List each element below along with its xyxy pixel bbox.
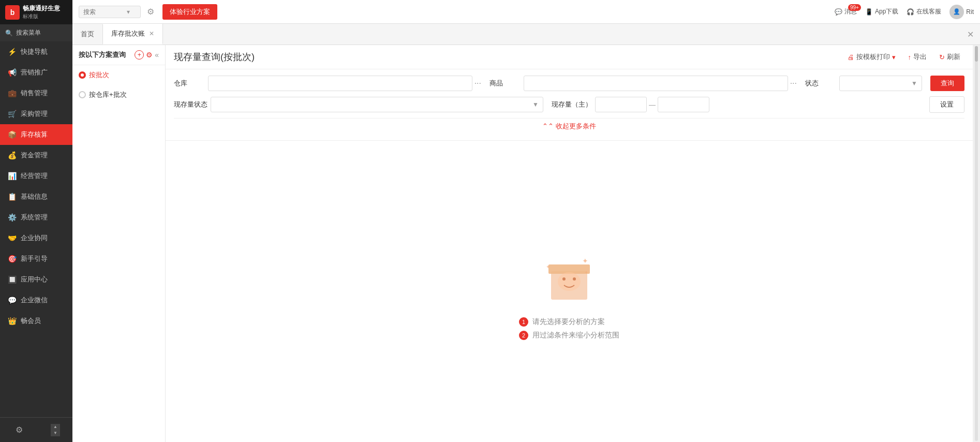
print-label: 按模板打印 <box>856 52 890 62</box>
export-btn[interactable]: ↑ 导出 <box>904 50 931 64</box>
scroll-down-btn[interactable]: ▼ <box>51 430 60 436</box>
try-industry-button[interactable]: 体验行业方案 <box>162 4 217 20</box>
messages-btn[interactable]: 💬 消息 99+ <box>835 7 857 16</box>
app-title-block: 畅康通好生意 标准版 <box>23 4 60 20</box>
gear-plan-icon[interactable]: ⚙ <box>146 51 153 59</box>
settings-icon[interactable]: ⚙ <box>147 7 154 17</box>
scroll-thumb <box>975 46 978 62</box>
top-bar: ▾ ⚙ 体验行业方案 💬 消息 99+ 📱 App下载 🎧 在线客服 👤 <box>72 0 980 24</box>
range-separator: — <box>649 101 656 109</box>
phone-icon: 📱 <box>865 8 873 16</box>
scroll-up-btn[interactable]: ▲ <box>51 424 60 430</box>
sidebar-item-wechat[interactable]: 💬 企业微信 <box>0 290 72 311</box>
tip-text-2: 用过滤条件来缩小分析范围 <box>532 331 619 340</box>
search-menu-item[interactable]: 🔍 搜索菜单 <box>0 24 72 41</box>
member-icon: 👑 <box>7 316 17 326</box>
quick-nav-icon: ⚡ <box>7 47 17 56</box>
sidebar-item-inventory[interactable]: 📦 库存核算 <box>0 124 72 145</box>
app-download-label: App下载 <box>875 7 898 16</box>
inventory-status-label: 现存量状态 <box>174 100 207 109</box>
product-filter: 商品 ··· <box>489 76 797 91</box>
inventory-status-arrow: ▼ <box>532 101 539 108</box>
top-search-box[interactable]: ▾ <box>79 6 141 18</box>
tip-text-1: 请先选择要分析的方案 <box>532 317 605 327</box>
close-all-tabs-btn[interactable]: ✕ <box>961 30 980 39</box>
sidebar-item-sales[interactable]: 💼 销售管理 <box>0 83 72 104</box>
svg-point-4 <box>573 277 576 281</box>
left-panel-header: 按以下方案查询 + ⚙ « <box>72 45 165 65</box>
sidebar-item-apps[interactable]: 🔲 应用中心 <box>0 269 72 290</box>
user-avatar[interactable]: 👤 Rit <box>949 5 974 19</box>
tab-home[interactable]: 首页 <box>72 24 103 44</box>
company-name: 畅康通好生意 <box>23 4 60 13</box>
sidebar-item-operations[interactable]: 📊 经营管理 <box>0 166 72 186</box>
sidebar-item-label: 企业微信 <box>21 296 48 305</box>
print-icon: 🖨 <box>848 53 854 61</box>
sidebar-item-label: 营销推广 <box>21 68 48 77</box>
refresh-btn[interactable]: ↻ 刷新 <box>935 50 964 64</box>
svg-point-2 <box>558 272 581 291</box>
sidebar-scroll-controls: ▲ ▼ <box>51 424 60 436</box>
tab-close-icon[interactable]: ✕ <box>149 30 154 37</box>
page-title: 现存量查询(按批次) <box>174 51 255 63</box>
sidebar-item-purchase[interactable]: 🛒 采购管理 <box>0 104 72 124</box>
inventory-qty-max[interactable] <box>658 97 709 112</box>
chevron-up-icon: ⌃⌃ <box>542 122 554 130</box>
status-arrow-icon: ▼ <box>911 80 917 87</box>
settings-button[interactable]: 设置 <box>929 96 964 113</box>
warehouse-dots[interactable]: ··· <box>474 79 481 88</box>
inventory-qty-min[interactable] <box>595 97 647 112</box>
sidebar-item-basic[interactable]: 📋 基础信息 <box>0 186 72 207</box>
top-search-input[interactable] <box>83 8 125 16</box>
sidebar-item-quick-nav[interactable]: ⚡ 快捷导航 <box>0 41 72 62</box>
system-icon: ⚙️ <box>7 213 17 222</box>
sidebar-item-label: 应用中心 <box>21 275 48 284</box>
messages-badge: 99+ <box>848 4 861 11</box>
inventory-icon: 📦 <box>7 130 17 139</box>
add-plan-btn[interactable]: + <box>135 50 144 60</box>
sidebar-item-system[interactable]: ⚙️ 系统管理 <box>0 207 72 228</box>
product-dots[interactable]: ··· <box>790 79 797 88</box>
sidebar-item-finance[interactable]: 💰 资金管理 <box>0 145 72 166</box>
collapse-panel-icon[interactable]: « <box>155 51 159 59</box>
inventory-status-select[interactable]: ▼ <box>211 97 543 112</box>
sidebar-item-enterprise[interactable]: 🤝 企业协同 <box>0 228 72 248</box>
sidebar-item-member[interactable]: 👑 畅会员 <box>0 311 72 331</box>
app-download-btn[interactable]: 📱 App下载 <box>865 7 898 16</box>
empty-state: ✦ ✦ ✦ 1 请先选择要分析的方案 2 用过滤条件来缩小分析范围 <box>166 141 973 442</box>
tab-inventory-batch[interactable]: 库存批次账 ✕ <box>103 24 163 45</box>
newbie-icon: 🎯 <box>7 254 17 263</box>
filter-row-1: 仓库 ··· 商品 ··· 状态 <box>174 76 964 91</box>
plan-item-batch[interactable]: 按批次 <box>72 65 165 85</box>
content-area: 按以下方案查询 + ⚙ « 按批次 按仓库+批次 <box>72 45 980 442</box>
right-panel: 现存量查询(按批次) 🖨 按模板打印 ▾ ↑ 导出 ↻ 刷新 <box>166 45 973 442</box>
online-service-btn[interactable]: 🎧 在线客服 <box>907 7 941 16</box>
collapse-more-btn[interactable]: ⌃⌃ 收起更多条件 <box>174 118 964 134</box>
svg-text:✦: ✦ <box>546 264 550 270</box>
print-dropdown-icon[interactable]: ▾ <box>892 53 896 61</box>
warehouse-select[interactable] <box>208 76 472 91</box>
status-select[interactable]: ▼ <box>839 76 922 91</box>
settings-bottom-icon[interactable]: ⚙ <box>12 422 26 438</box>
collapse-label: 收起更多条件 <box>556 122 596 130</box>
filter-row-2: 现存量状态 ▼ 现存量（主） — 设 <box>174 96 964 113</box>
sidebar-item-marketing[interactable]: 📢 营销推广 <box>0 62 72 83</box>
sidebar-item-label: 新手引导 <box>21 254 48 263</box>
export-label: 导出 <box>913 52 927 62</box>
sidebar-item-newbie[interactable]: 🎯 新手引导 <box>0 248 72 269</box>
empty-tip-1: 1 请先选择要分析的方案 <box>519 317 605 327</box>
inventory-qty-filter: 现存量（主） — <box>552 97 921 112</box>
export-icon: ↑ <box>908 53 912 61</box>
finance-icon: 💰 <box>7 151 17 160</box>
product-select[interactable] <box>524 76 788 91</box>
print-template-btn[interactable]: 🖨 按模板打印 ▾ <box>843 50 900 64</box>
search-dropdown-icon[interactable]: ▾ <box>127 8 130 16</box>
product-label: 商品 <box>489 79 521 88</box>
right-scrollbar[interactable] <box>973 45 980 442</box>
plan-item-warehouse-batch[interactable]: 按仓库+批次 <box>72 85 165 105</box>
inventory-status-filter: 现存量状态 ▼ <box>174 97 543 112</box>
query-button[interactable]: 查询 <box>930 76 964 91</box>
marketing-icon: 📢 <box>7 68 17 77</box>
sidebar-nav: ⚡ 快捷导航 📢 营销推广 💼 销售管理 🛒 采购管理 📦 库存核算 💰 资金管… <box>0 41 72 417</box>
sidebar-item-label: 基础信息 <box>21 192 48 201</box>
